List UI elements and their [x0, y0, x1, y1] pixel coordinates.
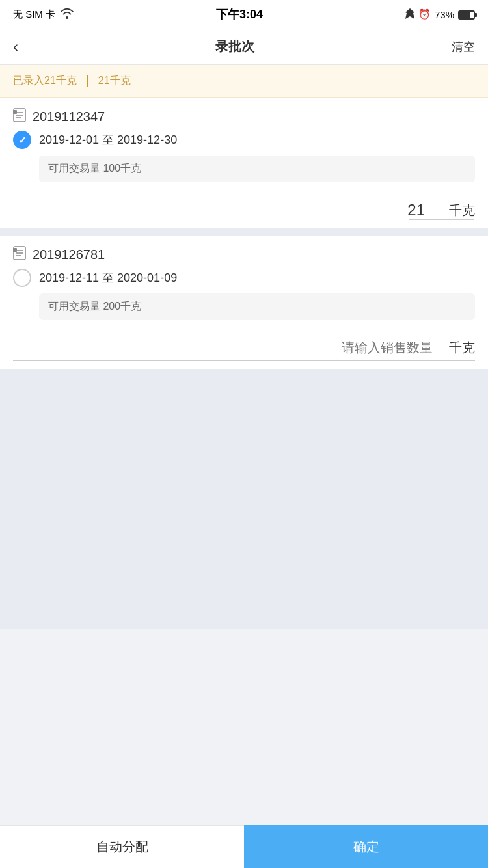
status-bar-left: 无 SIM 卡: [13, 8, 74, 21]
batch-2-available: 可用交易量 200千克: [39, 293, 475, 320]
svg-rect-4: [13, 110, 17, 114]
svg-rect-9: [13, 248, 17, 252]
battery-icon: [458, 9, 475, 20]
section-separator: [0, 228, 488, 236]
status-bar: 无 SIM 卡 下午3:04 ⏰ 73%: [0, 0, 488, 29]
clear-button[interactable]: 清空: [452, 39, 475, 55]
batch-2-date-row[interactable]: 2019-12-11 至 2020-01-09: [13, 269, 475, 287]
batch-1-date-row[interactable]: ✓ 2019-12-01 至 2019-12-30: [13, 131, 475, 149]
nav-bar: ‹ 录批次 清空: [0, 29, 488, 65]
batch-item-1: 2019112347 ✓ 2019-12-01 至 2019-12-30 可用交…: [0, 98, 488, 193]
batch-2-unit: 千克: [449, 339, 475, 357]
back-button[interactable]: ‹: [13, 38, 18, 56]
gray-area: [0, 369, 488, 629]
status-bar-right: ⏰ 73%: [405, 8, 475, 21]
batch-1-amount-row: 21 千克: [0, 193, 488, 228]
batch-1-header: 2019112347: [13, 108, 475, 126]
summary-divider: [87, 75, 88, 87]
batch-2-id: 2019126781: [33, 247, 105, 262]
bottom-bar: 自动分配 确定: [0, 825, 488, 868]
batch-2-radio[interactable]: [13, 269, 31, 287]
alarm-icon: ⏰: [418, 8, 431, 20]
batch-item-2: 2019126781 2019-12-11 至 2020-01-09 可用交易量…: [0, 236, 488, 331]
summary-recorded: 已录入21千克: [13, 74, 77, 88]
battery-percent: 73%: [435, 9, 454, 20]
batch-2-qty-input[interactable]: [13, 340, 433, 355]
batch-2-input-row[interactable]: 千克: [0, 331, 488, 369]
auto-distribute-button[interactable]: 自动分配: [0, 825, 244, 868]
batch-1-checkmark: ✓: [18, 134, 27, 146]
carrier-text: 无 SIM 卡: [13, 8, 55, 21]
page-title: 录批次: [215, 38, 254, 55]
batch-1-amount-value[interactable]: 21: [407, 201, 425, 219]
batch-2-header: 2019126781: [13, 246, 475, 264]
summary-amount: 21千克: [98, 74, 131, 88]
wifi-icon: [61, 8, 74, 21]
batch-1-underline: [409, 219, 474, 220]
batch-1-date: 2019-12-01 至 2019-12-30: [39, 132, 177, 148]
confirm-button[interactable]: 确定: [244, 825, 488, 868]
bottom-spacer: [0, 629, 488, 672]
batch-1-doc-icon: [13, 108, 26, 126]
batch-1-available: 可用交易量 100千克: [39, 156, 475, 182]
batch-1-id: 2019112347: [33, 109, 105, 124]
location-icon: [405, 8, 414, 21]
batch-2-doc-icon: [13, 246, 26, 264]
status-bar-time: 下午3:04: [216, 7, 263, 22]
batch-1-radio[interactable]: ✓: [13, 131, 31, 149]
batch-1-amount-wrapper: 21 千克: [407, 201, 475, 220]
batch-2-date: 2019-12-11 至 2020-01-09: [39, 270, 177, 286]
summary-bar: 已录入21千克 21千克: [0, 65, 488, 98]
batch-1-unit: 千克: [449, 202, 475, 219]
